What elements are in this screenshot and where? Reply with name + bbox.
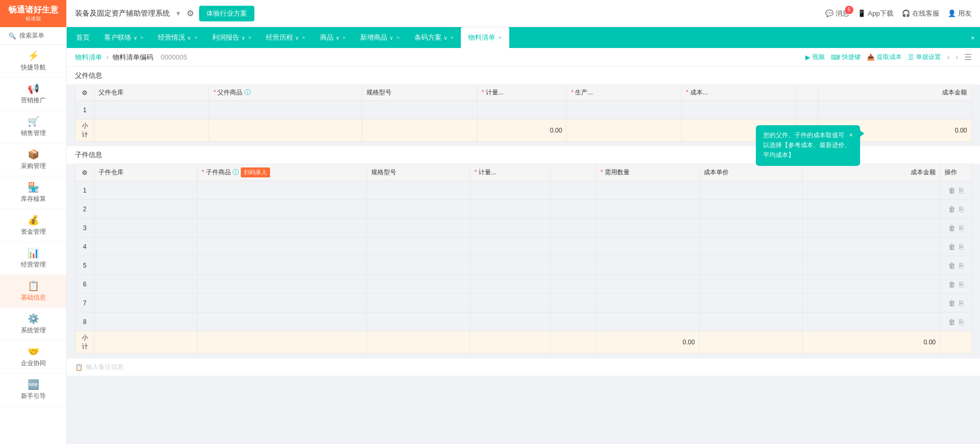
online-service-item[interactable]: 🎧 在线客服 bbox=[902, 9, 939, 18]
tab-operations-status[interactable]: 经营情况 ∨ × bbox=[151, 27, 204, 48]
parent-row-1-cost-amt[interactable] bbox=[818, 101, 971, 119]
tab-add-goods[interactable]: 新增商品 ∨ × bbox=[353, 27, 407, 48]
sidebar-item-inventory[interactable]: 🏪 库存核算 bbox=[0, 176, 66, 209]
copy-row-6-icon[interactable]: ⎘ bbox=[959, 280, 963, 289]
child-row-5-spec[interactable] bbox=[366, 256, 470, 275]
child-row-8-spec[interactable] bbox=[366, 313, 470, 331]
tab-bom[interactable]: 物料清单 × bbox=[461, 27, 509, 48]
child-row-3-unit-cost[interactable] bbox=[699, 219, 802, 237]
child-row-7-goods[interactable] bbox=[198, 294, 367, 313]
child-row-8-goods[interactable] bbox=[198, 313, 367, 331]
child-row-1-warehouse[interactable] bbox=[94, 181, 198, 200]
child-row-7-qty[interactable] bbox=[596, 294, 699, 313]
tab-profit-report[interactable]: 利润报告 ∨ × bbox=[205, 27, 259, 48]
scan-btn[interactable]: 扫码录入 bbox=[241, 167, 270, 177]
breadcrumb-bom[interactable]: 物料清单 bbox=[75, 53, 102, 62]
child-row-4-cost-amt[interactable] bbox=[802, 237, 940, 256]
child-row-6-unit[interactable] bbox=[470, 275, 550, 294]
child-row-1-cost-amt[interactable] bbox=[802, 181, 940, 200]
child-row-7-spec[interactable] bbox=[366, 294, 470, 313]
parent-row-1-spec[interactable] bbox=[362, 101, 477, 119]
tab-customer[interactable]: 客户联络 ∨ × bbox=[97, 27, 151, 48]
single-settings-btn[interactable]: ☰ 单据设置 bbox=[908, 53, 941, 62]
child-row-6-unit-cost[interactable] bbox=[699, 275, 802, 294]
tab-home[interactable]: 首页 bbox=[69, 27, 97, 48]
child-row-6-qty[interactable] bbox=[596, 275, 699, 294]
delete-row-3-icon[interactable]: 🗑 bbox=[948, 224, 956, 232]
topbar-gear-icon[interactable]: ⚙ bbox=[187, 8, 194, 18]
child-row-8-unit-cost[interactable] bbox=[699, 313, 802, 331]
child-row-2-qty[interactable] bbox=[596, 200, 699, 219]
hotkey-btn[interactable]: ⌨ 快捷键 bbox=[831, 53, 861, 62]
copy-row-4-icon[interactable]: ⎘ bbox=[959, 243, 963, 251]
child-row-7-cost-amt[interactable] bbox=[802, 294, 940, 313]
child-row-8-warehouse[interactable] bbox=[94, 313, 198, 331]
child-row-8-cost-amt[interactable] bbox=[802, 313, 940, 331]
view-video-btn[interactable]: ▶ 视频 bbox=[805, 53, 825, 62]
tab-profit-close[interactable]: × bbox=[248, 34, 251, 41]
delete-row-6-icon[interactable]: 🗑 bbox=[948, 280, 956, 289]
child-goods-info-icon[interactable]: ⓘ bbox=[232, 169, 239, 176]
child-row-1-spec[interactable] bbox=[366, 181, 470, 200]
tab-customer-close[interactable]: × bbox=[140, 34, 143, 41]
tooltip-close-btn[interactable]: × bbox=[849, 130, 853, 140]
child-row-2-goods[interactable] bbox=[198, 200, 367, 219]
copy-row-1-icon[interactable]: ⎘ bbox=[959, 186, 963, 195]
child-row-3-cost-amt[interactable] bbox=[802, 219, 940, 237]
copy-row-3-icon[interactable]: ⎘ bbox=[959, 224, 963, 232]
parent-col-gear[interactable]: ⚙ bbox=[76, 85, 94, 101]
sidebar-item-enterprise[interactable]: 🤝 企业协同 bbox=[0, 341, 66, 374]
extract-cost-btn[interactable]: 📥 提取成本 bbox=[867, 53, 902, 62]
hint-text[interactable]: 输入备注信息 bbox=[86, 363, 124, 371]
tab-barcode[interactable]: 条码方案 ∨ × bbox=[407, 27, 461, 48]
delete-row-8-icon[interactable]: 🗑 bbox=[948, 318, 956, 326]
experience-btn[interactable]: 体验行业方案 bbox=[199, 6, 254, 21]
child-row-6-goods[interactable] bbox=[198, 275, 367, 294]
app-download-item[interactable]: 📱 App下载 bbox=[858, 9, 893, 18]
child-col-gear[interactable]: ⚙ bbox=[76, 164, 94, 181]
delete-row-5-icon[interactable]: 🗑 bbox=[948, 261, 956, 270]
goods-info-icon[interactable]: ⓘ bbox=[244, 89, 251, 96]
tab-ops-history-close[interactable]: × bbox=[302, 34, 305, 41]
sidebar-item-operations[interactable]: 📊 经营管理 bbox=[0, 242, 66, 275]
topbar-dropdown-arrow[interactable]: ▼ bbox=[175, 10, 181, 17]
child-row-4-unit-cost[interactable] bbox=[699, 237, 802, 256]
sidebar-item-marketing[interactable]: 📢 营销推广 bbox=[0, 78, 66, 111]
child-row-5-cost-amt[interactable] bbox=[802, 256, 940, 275]
child-row-4-warehouse[interactable] bbox=[94, 237, 198, 256]
tab-goods-close[interactable]: × bbox=[342, 34, 346, 41]
sidebar-item-system[interactable]: ⚙️ 系统管理 bbox=[0, 308, 66, 341]
child-row-5-goods[interactable] bbox=[198, 256, 367, 275]
delete-row-7-icon[interactable]: 🗑 bbox=[948, 299, 956, 307]
child-row-4-unit[interactable] bbox=[470, 237, 550, 256]
tab-goods[interactable]: 商品 ∨ × bbox=[313, 27, 353, 48]
child-row-3-spec[interactable] bbox=[366, 219, 470, 237]
delete-row-1-icon[interactable]: 🗑 bbox=[948, 186, 956, 195]
nav-prev-btn[interactable]: ‹ bbox=[947, 53, 949, 61]
child-row-6-spec[interactable] bbox=[366, 275, 470, 294]
child-row-1-qty[interactable] bbox=[596, 181, 699, 200]
child-row-7-unit[interactable] bbox=[470, 294, 550, 313]
parent-row-1-prod[interactable] bbox=[567, 101, 681, 119]
child-row-5-unit[interactable] bbox=[470, 256, 550, 275]
child-row-7-unit-cost[interactable] bbox=[699, 294, 802, 313]
sidebar-item-basic-info[interactable]: 📋 基础信息 bbox=[0, 275, 66, 308]
child-row-5-warehouse[interactable] bbox=[94, 256, 198, 275]
child-row-1-goods[interactable] bbox=[198, 181, 367, 200]
child-row-4-qty[interactable] bbox=[596, 237, 699, 256]
child-row-8-unit[interactable] bbox=[470, 313, 550, 331]
child-row-3-qty[interactable] bbox=[596, 219, 699, 237]
child-row-2-unit[interactable] bbox=[470, 200, 550, 219]
child-row-2-cost-amt[interactable] bbox=[802, 200, 940, 219]
child-row-4-spec[interactable] bbox=[366, 237, 470, 256]
sidebar-item-sales[interactable]: 🛒 销售管理 bbox=[0, 111, 66, 143]
child-row-1-unit[interactable] bbox=[470, 181, 550, 200]
sidebar-item-finance[interactable]: 💰 资金管理 bbox=[0, 209, 66, 242]
child-row-1-unit-cost[interactable] bbox=[699, 181, 802, 200]
tab-ops-close[interactable]: × bbox=[194, 34, 197, 41]
copy-row-8-icon[interactable]: ⎘ bbox=[959, 318, 963, 326]
close-all-tabs-btn[interactable]: × bbox=[965, 27, 980, 48]
child-row-7-warehouse[interactable] bbox=[94, 294, 198, 313]
sidebar-item-purchase[interactable]: 📦 采购管理 bbox=[0, 143, 66, 176]
child-row-8-qty[interactable] bbox=[596, 313, 699, 331]
